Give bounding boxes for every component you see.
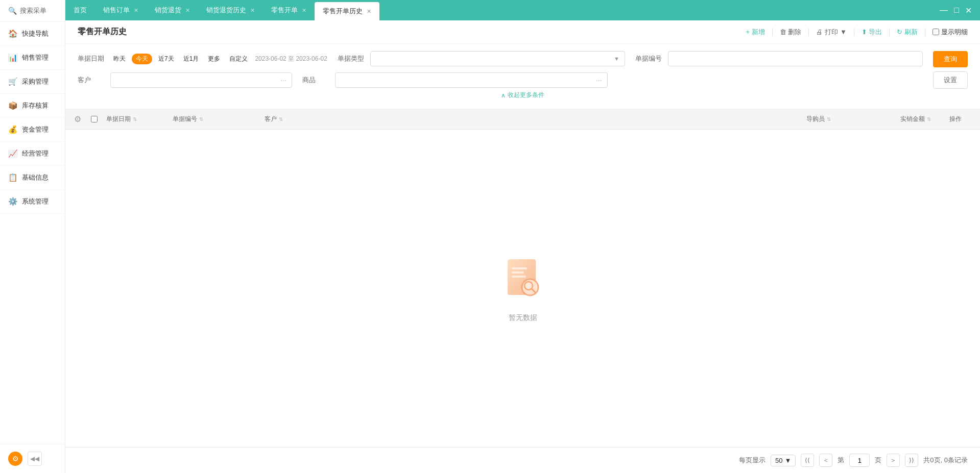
empty-state: 暂无数据 [65, 130, 980, 447]
table-settings-icon[interactable]: ⚙ [69, 114, 86, 124]
delete-button[interactable]: 🗑 删除 [780, 28, 802, 37]
svg-rect-2 [512, 271, 524, 273]
next-page-button[interactable]: ＞ [887, 454, 900, 467]
sidebar-item-label: 采购管理 [22, 77, 49, 86]
main-area: 首页 销售订单 ✕ 销货退货 ✕ 销货退货历史 ✕ 零售开单 ✕ 零售开单历史 … [65, 0, 980, 473]
page-unit: 页 [875, 456, 881, 465]
tab-sales-order[interactable]: 销售订单 ✕ [95, 0, 147, 20]
page-number-input[interactable] [849, 454, 870, 467]
sort-guide-icon: ⇅ [827, 116, 831, 122]
chevron-up-icon: ∧ [501, 92, 506, 99]
tab-sales-order-label: 销售订单 [103, 6, 130, 15]
filter-area: 单据日期 昨天 今天 近7天 近1月 更多 自定义 2023-06-02 至 2… [65, 44, 980, 109]
tab-home[interactable]: 首页 [65, 0, 95, 20]
sidebar-item-label: 销售管理 [22, 53, 49, 62]
customer-filter-dots-icon[interactable]: ··· [280, 76, 286, 84]
sidebar-footer: ⚙ ◀◀ [0, 444, 65, 473]
sidebar-search[interactable]: 🔍 搜索采单 [0, 0, 65, 22]
no-filter-input[interactable] [668, 51, 923, 66]
sidebar-item-label: 基础信息 [22, 173, 49, 182]
print-label: 🖨 打印 [816, 28, 838, 37]
export-button[interactable]: ⬆ 导出 [862, 28, 882, 37]
tab-retail-open-close[interactable]: ✕ [302, 7, 306, 14]
prev-page-button[interactable]: ＜ [819, 454, 832, 467]
date-btn-1month[interactable]: 近1月 [180, 54, 202, 64]
th-no[interactable]: 单据编号 ⇅ [169, 115, 260, 123]
sidebar-item-basic-info[interactable]: 📋 基础信息 [0, 166, 65, 190]
th-customer[interactable]: 客户 ⇅ [260, 115, 802, 123]
th-guide[interactable]: 导购员 ⇅ [802, 115, 874, 123]
table-area: ⚙ 单据日期 ⇅ 单据编号 ⇅ 客户 ⇅ 导购员 ⇅ 实销金额 ⇅ [65, 109, 980, 447]
tab-retail-open[interactable]: 零售开单 ✕ [263, 0, 315, 20]
separator3 [854, 28, 854, 36]
date-btn-today[interactable]: 今天 [132, 54, 152, 64]
tab-sales-order-close[interactable]: ✕ [134, 7, 138, 14]
setting-button[interactable]: 设置 [933, 71, 968, 89]
sidebar-item-sales-mgmt[interactable]: 📊 销售管理 [0, 46, 65, 70]
last-page-button[interactable]: ⟩⟩ [905, 454, 918, 467]
empty-illustration [497, 254, 548, 305]
th-guide-label: 导购员 [806, 115, 825, 123]
tab-sales-return-history-close[interactable]: ✕ [250, 7, 255, 14]
settings-button[interactable]: ⚙ [8, 452, 22, 466]
tab-sales-return-close[interactable]: ✕ [185, 7, 190, 14]
collapse-more-button[interactable]: ∧ 收起更多条件 [78, 89, 968, 102]
date-btn-7days[interactable]: 近7天 [155, 54, 177, 64]
table-select-all[interactable] [86, 116, 102, 122]
add-label: + 新增 [746, 28, 764, 37]
separator1 [772, 28, 773, 36]
select-all-checkbox[interactable] [91, 116, 98, 122]
sidebar-item-label: 库存核算 [22, 101, 49, 110]
page-size-select[interactable]: 50 ▼ [771, 455, 796, 466]
maximize-button[interactable]: □ [954, 6, 959, 15]
sidebar-item-system[interactable]: ⚙️ 系统管理 [0, 190, 65, 214]
sidebar-item-purchase-mgmt[interactable]: 🛒 采购管理 [0, 70, 65, 94]
th-amount[interactable]: 实销金额 ⇅ [874, 115, 935, 123]
customer-filter-label: 客户 [78, 76, 106, 85]
display-detail-checkbox[interactable] [933, 29, 939, 35]
display-detail-toggle[interactable]: 显示明细 [933, 28, 968, 37]
sidebar-item-operations[interactable]: 📈 经营管理 [0, 142, 65, 166]
tab-sales-return-label: 销货退货 [155, 6, 181, 15]
sidebar-collapse-button[interactable]: ◀◀ [28, 452, 42, 466]
sidebar-item-inventory[interactable]: 📦 库存核算 [0, 94, 65, 118]
tab-retail-open-history-close[interactable]: ✕ [367, 8, 371, 15]
type-filter-select[interactable]: ▼ [370, 51, 625, 66]
tab-sales-return-history-label: 销货退货历史 [206, 6, 246, 15]
type-filter-label: 单据类型 [338, 54, 366, 63]
sort-customer-icon: ⇅ [279, 116, 283, 122]
operations-icon: 📈 [8, 149, 18, 158]
query-button[interactable]: 查询 [933, 51, 968, 67]
refresh-button[interactable]: ↻ 刷新 [897, 28, 918, 37]
sort-amount-icon: ⇅ [927, 116, 931, 122]
sidebar-item-finance[interactable]: 💰 资金管理 [0, 118, 65, 142]
basic-info-icon: 📋 [8, 173, 18, 182]
sidebar-item-label: 系统管理 [22, 197, 49, 206]
date-range-display: 2023-06-02 至 2023-06-02 [255, 55, 327, 63]
tab-retail-open-history[interactable]: 零售开单历史 ✕ [315, 2, 379, 20]
add-button[interactable]: + 新增 [746, 28, 764, 37]
tab-sales-return-history[interactable]: 销货退货历史 ✕ [198, 0, 263, 20]
tab-sales-return[interactable]: 销货退货 ✕ [147, 0, 198, 20]
th-action: 操作 [935, 115, 976, 123]
page-size-label: 每页显示 [739, 456, 766, 465]
product-filter-dots-icon[interactable]: ··· [596, 76, 602, 84]
product-filter-input[interactable]: ··· [335, 72, 608, 88]
date-btn-more[interactable]: 更多 [205, 54, 223, 64]
minimize-button[interactable]: — [940, 6, 948, 15]
print-button[interactable]: 🖨 打印 ▼ [816, 28, 847, 37]
first-page-button[interactable]: ⟨⟨ [801, 454, 814, 467]
separator5 [925, 28, 925, 36]
sidebar-item-quick-nav[interactable]: 🏠 快捷导航 [0, 22, 65, 46]
date-options: 昨天 今天 近7天 近1月 更多 自定义 [110, 54, 251, 64]
sort-date-icon: ⇅ [133, 116, 137, 122]
close-button[interactable]: ✕ [965, 6, 972, 15]
search-icon: 🔍 [8, 7, 17, 15]
empty-text: 暂无数据 [509, 313, 537, 322]
th-date[interactable]: 单据日期 ⇅ [102, 115, 169, 123]
th-customer-label: 客户 [265, 115, 277, 123]
th-no-label: 单据编号 [173, 115, 197, 123]
date-btn-custom[interactable]: 自定义 [226, 54, 251, 64]
date-btn-yesterday[interactable]: 昨天 [110, 54, 129, 64]
customer-filter-input[interactable]: ··· [110, 72, 292, 88]
